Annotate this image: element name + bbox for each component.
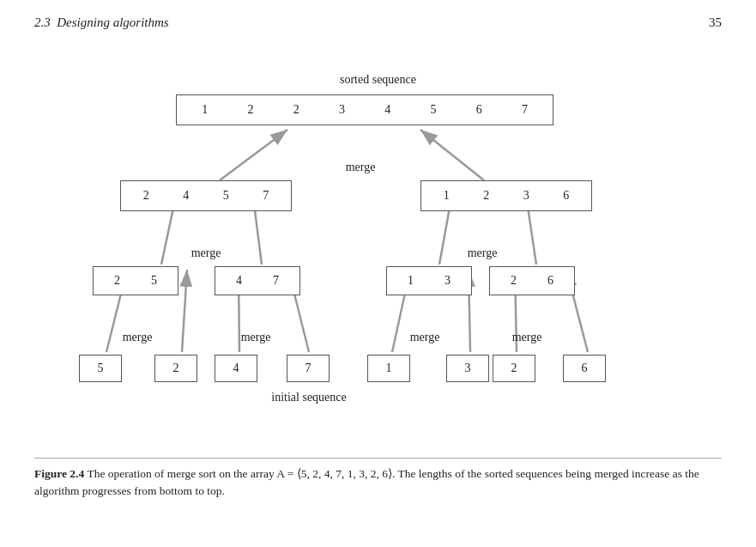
mid-left-box: 2 4 5 7 <box>120 180 292 211</box>
page-number: 35 <box>709 15 722 30</box>
lv3-2-box: 2 <box>154 355 197 382</box>
lv2-lr-box: 4 7 <box>215 266 300 295</box>
svg-line-1 <box>220 130 287 180</box>
merge-rr-label: merge <box>493 331 561 344</box>
merge-lr-label: merge <box>221 331 290 344</box>
sorted-sequence-label: sorted sequence <box>34 73 722 87</box>
merge-right-label: merge <box>448 246 517 260</box>
svg-line-2 <box>420 130 484 180</box>
merge-center-label: merge <box>318 161 403 174</box>
lv2-rr-box: 2 6 <box>489 266 575 295</box>
merge-left-label: merge <box>172 246 240 260</box>
lv3-6-box: 3 <box>446 355 489 382</box>
top-box: 1 2 2 3 4 5 6 7 <box>176 94 553 125</box>
lv3-1-box: 5 <box>79 355 122 382</box>
lv3-5-box: 1 <box>367 355 410 382</box>
lv3-8-box: 6 <box>563 355 606 382</box>
figure-caption: Figure 2.4 The operation of merge sort o… <box>34 458 722 501</box>
page-header: 2.3 Designing algorithms 35 <box>34 15 722 30</box>
merge-rl-label: merge <box>390 331 459 344</box>
svg-line-8 <box>182 270 187 352</box>
caption-text: The operation of merge sort on the array… <box>34 467 699 497</box>
merge-ll-label: merge <box>103 331 172 344</box>
diagram-area: sorted sequence 1 2 2 3 4 5 6 7 merge 2 … <box>34 39 722 451</box>
section-label: 2.3 Designing algorithms <box>34 15 169 30</box>
initial-sequence-label: initial sequence <box>223 391 395 404</box>
figure-label: Figure 2.4 <box>34 467 84 480</box>
lv2-ll-box: 2 5 <box>93 266 178 295</box>
lv3-3-box: 4 <box>215 355 257 382</box>
lv2-rl-box: 1 3 <box>386 266 472 295</box>
mid-right-box: 1 2 3 6 <box>420 180 592 211</box>
lv3-4-box: 7 <box>287 355 330 382</box>
page: 2.3 Designing algorithms 35 <box>0 0 756 547</box>
lv3-7-box: 2 <box>493 355 535 382</box>
